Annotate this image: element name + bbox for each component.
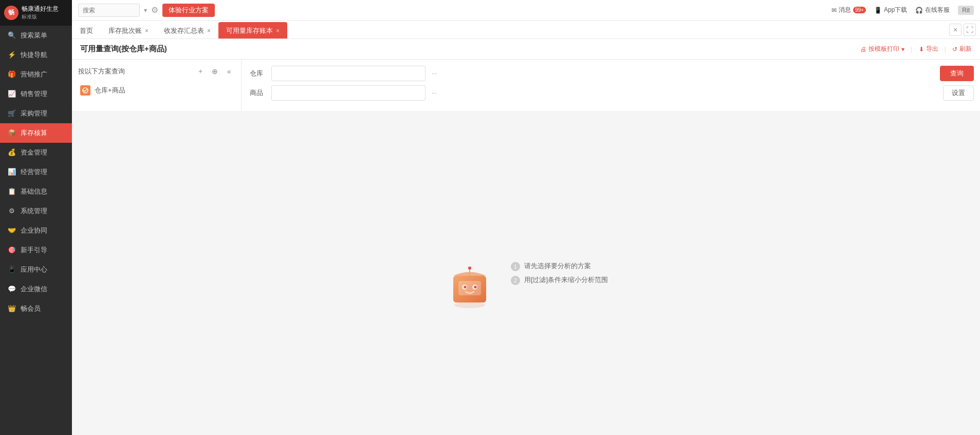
svg-point-10 bbox=[468, 267, 471, 270]
dropdown-arrow-icon[interactable]: ▾ bbox=[144, 7, 147, 14]
inventory-icon: 📦 bbox=[7, 128, 16, 138]
warehouse-filter-row: 仓库 ··· bbox=[250, 66, 926, 81]
action-buttons: 查询 设置 bbox=[934, 60, 980, 111]
customer-service-button[interactable]: 🎧 在线客服 bbox=[915, 6, 950, 14]
search-icon: 🔍 bbox=[7, 31, 16, 40]
trial-button[interactable]: 体验行业方案 bbox=[162, 4, 215, 17]
search-input[interactable] bbox=[78, 4, 140, 17]
purchase-icon: 🛒 bbox=[7, 109, 16, 118]
settings-icon[interactable]: ⚙ bbox=[151, 5, 158, 15]
sidebar-item-system[interactable]: ⚙ 系统管理 bbox=[0, 201, 72, 221]
sidebar-item-wechat[interactable]: 💬 企业微信 bbox=[0, 279, 72, 299]
sidebar-item-sales[interactable]: 📈 销售管理 bbox=[0, 84, 72, 104]
empty-robot-icon bbox=[444, 258, 495, 309]
app-download-button[interactable]: 📱 App下载 bbox=[874, 6, 907, 14]
sidebar: 畅 畅康通好生意 标准版 🔍 搜索菜单 ⚡ 快捷导航 🎁 营销推广 📈 销售管理… bbox=[0, 0, 72, 435]
scheme-item-warehouse-goods[interactable]: 仓库+商品 bbox=[72, 81, 241, 100]
print-dropdown-icon: ▾ bbox=[901, 46, 904, 53]
app-badge: 标准版 bbox=[22, 13, 59, 21]
sidebar-item-marketing[interactable]: 🎁 营销推广 bbox=[0, 65, 72, 84]
add-scheme-button[interactable]: ＋ bbox=[195, 66, 206, 77]
app-name: 畅康通好生意 bbox=[22, 5, 59, 13]
refresh-button[interactable]: ↺ 刷新 bbox=[952, 45, 972, 53]
system-icon: ⚙ bbox=[7, 206, 16, 216]
export-icon: ⬇ bbox=[919, 46, 924, 53]
page-title: 可用量查询(按仓库+商品) bbox=[80, 44, 167, 54]
empty-illustration bbox=[444, 248, 495, 299]
filter-area: 仓库 ··· 商品 ··· 查询 设置 bbox=[242, 60, 980, 111]
settings-button[interactable]: 设置 bbox=[943, 85, 974, 101]
empty-hint-1: 1 请先选择要分析的方案 bbox=[511, 261, 608, 271]
printer-icon: 🖨 bbox=[860, 46, 866, 53]
panel-header-actions: ＋ ⊕ « bbox=[195, 66, 235, 77]
export-button[interactable]: ⬇ 导出 bbox=[919, 45, 938, 53]
goods-more-button[interactable]: ··· bbox=[432, 89, 437, 97]
tab-batch-close[interactable]: × bbox=[145, 27, 149, 34]
warehouse-input[interactable] bbox=[271, 66, 426, 81]
empty-hints: 1 请先选择要分析的方案 2 用[过滤]条件来缩小分析范围 bbox=[511, 261, 608, 285]
main-content: ▾ ⚙ 体验行业方案 ✉ 消息 99+ 📱 App下载 🎧 在线客服 Rit 首… bbox=[72, 0, 980, 435]
goods-filter-row: 商品 ··· bbox=[250, 85, 926, 101]
appstore-icon: 📱 bbox=[7, 265, 16, 274]
operation-icon: 📊 bbox=[7, 167, 16, 177]
hint-number-1: 1 bbox=[511, 262, 520, 271]
sidebar-item-finance[interactable]: 💰 资金管理 bbox=[0, 143, 72, 162]
basic-icon: 📋 bbox=[7, 187, 16, 196]
wechat-icon: 💬 bbox=[7, 285, 16, 294]
top-bar-right: ✉ 消息 99+ 📱 App下载 🎧 在线客服 Rit bbox=[831, 6, 974, 15]
sidebar-item-purchase[interactable]: 🛒 采购管理 bbox=[0, 104, 72, 123]
tab-close-button[interactable]: × bbox=[949, 24, 961, 36]
warehouse-more-button[interactable]: ··· bbox=[432, 70, 437, 77]
tab-summary[interactable]: 收发存汇总表 × bbox=[156, 22, 218, 39]
query-area: 按以下方案查询 ＋ ⊕ « 仓库+商品 bbox=[72, 60, 980, 111]
top-bar: ▾ ⚙ 体验行业方案 ✉ 消息 99+ 📱 App下载 🎧 在线客服 Rit bbox=[72, 0, 980, 21]
member-icon: 👑 bbox=[7, 304, 16, 313]
query-button[interactable]: 查询 bbox=[940, 66, 974, 81]
user-avatar[interactable]: Rit bbox=[958, 6, 974, 15]
goods-input[interactable] bbox=[271, 85, 426, 101]
collapse-panel-button[interactable]: « bbox=[224, 66, 235, 77]
sidebar-item-guide[interactable]: 🎯 新手引导 bbox=[0, 240, 72, 260]
sidebar-item-appstore[interactable]: 📱 应用中心 bbox=[0, 260, 72, 279]
sidebar-item-inventory[interactable]: 📦 库存核算 bbox=[0, 123, 72, 143]
tab-home[interactable]: 首页 bbox=[72, 22, 101, 39]
app-logo: 畅 bbox=[4, 6, 19, 20]
scheme-icon bbox=[80, 85, 90, 96]
sidebar-item-operation[interactable]: 📊 经营管理 bbox=[0, 162, 72, 182]
empty-hint-2: 2 用[过滤]条件来缩小分析范围 bbox=[511, 275, 608, 285]
sidebar-nav: 🔍 搜索菜单 ⚡ 快捷导航 🎁 营销推广 📈 销售管理 🛒 采购管理 📦 库存核… bbox=[0, 26, 72, 435]
svg-point-7 bbox=[464, 286, 466, 288]
message-badge: 99+ bbox=[853, 7, 866, 13]
tab-summary-close[interactable]: × bbox=[207, 27, 211, 34]
marketing-icon: 🎁 bbox=[7, 70, 16, 79]
cooperation-icon: 🤝 bbox=[7, 226, 16, 235]
message-icon: ✉ bbox=[831, 7, 837, 14]
sidebar-item-basic[interactable]: 📋 基础信息 bbox=[0, 182, 72, 201]
goods-label: 商品 bbox=[250, 88, 265, 98]
guide-icon: 🎯 bbox=[7, 245, 16, 255]
finance-icon: 💰 bbox=[7, 148, 16, 157]
panel-header: 按以下方案查询 ＋ ⊕ « bbox=[72, 66, 241, 81]
scheme-label: 仓库+商品 bbox=[95, 86, 125, 95]
page-title-bar: 可用量查询(按仓库+商品) 🖨 按模板打印 ▾ | ⬇ 导出 | ↺ 刷新 bbox=[72, 39, 980, 60]
manage-scheme-button[interactable]: ⊕ bbox=[209, 66, 220, 77]
empty-state: 1 请先选择要分析的方案 2 用[过滤]条件来缩小分析范围 bbox=[72, 111, 980, 435]
panel-title: 按以下方案查询 bbox=[78, 67, 125, 76]
tab-available[interactable]: 可用量库存账本 × bbox=[218, 22, 287, 39]
tab-available-close[interactable]: × bbox=[276, 27, 280, 34]
tabs-bar: 首页 库存批次账 × 收发存汇总表 × 可用量库存账本 × × ⛶ bbox=[72, 21, 980, 39]
hint-number-2: 2 bbox=[511, 276, 520, 285]
tab-batch[interactable]: 库存批次账 × bbox=[101, 22, 156, 39]
warehouse-label: 仓库 bbox=[250, 69, 265, 78]
sidebar-item-search[interactable]: 🔍 搜索菜单 bbox=[0, 26, 72, 45]
filter-panel: 仓库 ··· 商品 ··· bbox=[242, 60, 934, 111]
sidebar-header: 畅 畅康通好生意 标准版 bbox=[0, 0, 72, 26]
sidebar-item-member[interactable]: 👑 畅会员 bbox=[0, 299, 72, 318]
messages-button[interactable]: ✉ 消息 99+ bbox=[831, 6, 866, 14]
sidebar-item-cooperation[interactable]: 🤝 企业协同 bbox=[0, 221, 72, 240]
tab-expand-button[interactable]: ⛶ bbox=[964, 24, 976, 36]
sidebar-item-shortcut[interactable]: ⚡ 快捷导航 bbox=[0, 45, 72, 65]
refresh-icon: ↺ bbox=[952, 46, 957, 53]
print-button[interactable]: 🖨 按模板打印 ▾ bbox=[860, 45, 904, 53]
app-download-icon: 📱 bbox=[874, 7, 882, 14]
